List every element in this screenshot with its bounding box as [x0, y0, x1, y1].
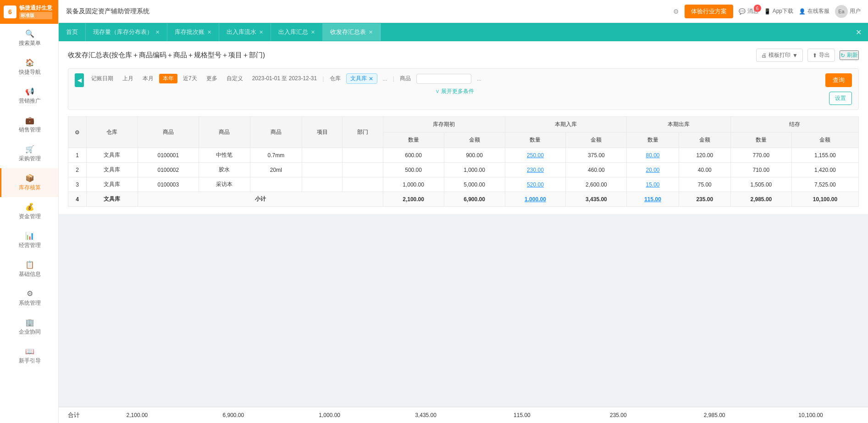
sidebar-item-quick-nav[interactable]: 🏠 快捷导航	[0, 53, 58, 82]
online-service-item[interactable]: 👤 在线客服	[799, 7, 829, 15]
row-balance-qty: 710.00	[730, 163, 791, 177]
th-balance-amt: 金额	[791, 132, 858, 148]
tab-库存批次账[interactable]: 库存批次账✕	[167, 23, 219, 41]
row-goods-spec: 20ml	[250, 163, 302, 177]
tab-出入库流水[interactable]: 出入库流水✕	[219, 23, 271, 41]
th-in-amt: 金额	[566, 132, 627, 148]
tab-close-icon[interactable]: ✕	[155, 29, 160, 35]
row-dept	[343, 177, 383, 192]
tab-close-icon[interactable]: ✕	[207, 29, 211, 35]
sidebar-item-system[interactable]: ⚙ 系统管理	[0, 284, 58, 313]
th-balance-qty: 数量	[730, 132, 791, 148]
footer-values: 2,100.00 6,900.00 1,000.00 3,435.00 115.…	[89, 412, 859, 418]
date-tab-last-month[interactable]: 上月	[119, 74, 137, 83]
system-icon: ⚙	[27, 289, 33, 298]
tab-现存量（库存分布表）[interactable]: 现存量（库存分布表）✕	[86, 23, 167, 41]
th-settings[interactable]: ⚙	[68, 117, 87, 148]
row-dept	[343, 163, 383, 177]
in-qty-link[interactable]: 250.00	[527, 152, 544, 159]
out-qty-link[interactable]: 15.00	[646, 181, 659, 188]
sidebar-item-basic-info[interactable]: 📋 基础信息	[0, 255, 58, 284]
page-panel: 收发存汇总表(按仓库＋商品编码＋商品＋规格型号＋项目＋部门) 🖨 模板打印 ▼ …	[59, 41, 868, 214]
experience-button[interactable]: 体验行业方案	[685, 5, 733, 18]
out-qty-link[interactable]: 80.00	[646, 152, 659, 159]
expand-filter-button[interactable]: ∨ 展开更多条件	[435, 88, 474, 95]
close-all-tabs[interactable]: ✕	[849, 23, 868, 41]
basic-info-icon: 📋	[25, 260, 34, 269]
row-goods-code: 0100002	[138, 163, 199, 177]
export-button[interactable]: ⬆ 导出	[807, 49, 835, 62]
out-qty-link[interactable]: 20.00	[646, 167, 659, 173]
row-out-qty[interactable]: 15.00	[627, 177, 679, 192]
message-item[interactable]: 💬 消息 6	[739, 7, 758, 15]
date-tab-custom[interactable]: 自定义	[223, 74, 247, 83]
tab-close-icon[interactable]: ✕	[259, 29, 263, 35]
tab-close-icon[interactable]: ✕	[311, 29, 315, 35]
sidebar-label-guide: 新手引导	[19, 357, 41, 365]
in-qty-link[interactable]: 520.00	[527, 181, 544, 188]
footer-in-amt: 3,435.00	[378, 412, 474, 418]
row-out-qty[interactable]: 20.00	[627, 163, 679, 177]
row-in-qty[interactable]: 250.00	[505, 148, 566, 163]
expand-icon: ∨	[435, 88, 440, 94]
logo-icon: 6	[4, 5, 17, 18]
warehouse-tag[interactable]: 文具库 ✕	[346, 73, 377, 84]
app-logo: 6 畅捷通好生意 标准版	[0, 0, 58, 24]
settings-icon[interactable]: ⚙	[673, 8, 679, 15]
th-dept: 部门	[343, 117, 383, 148]
tab-收发存汇总表[interactable]: 收发存汇总表✕	[323, 23, 381, 41]
tab-首页[interactable]: 首页	[59, 23, 86, 41]
tab-label: 出入库流水	[227, 28, 256, 36]
date-tab-this-month[interactable]: 本月	[139, 74, 157, 83]
guide-icon: 📖	[25, 347, 34, 356]
sidebar-item-guide[interactable]: 📖 新手引导	[0, 341, 58, 370]
filter-toggle[interactable]: ◀	[75, 73, 84, 87]
subtotal-in-qty-link[interactable]: 1,000.00	[525, 196, 546, 203]
app-download-item[interactable]: 📱 App下载	[764, 7, 793, 15]
message-icon: 💬	[739, 8, 746, 15]
date-tab-7days[interactable]: 近7天	[179, 74, 201, 83]
page-title: 收发存汇总表(按仓库＋商品编码＋商品＋规格型号＋项目＋部门)	[68, 51, 265, 60]
sidebar-item-finance[interactable]: 💰 资金管理	[0, 197, 58, 226]
subtotal-in-amt: 3,435.00	[566, 192, 627, 207]
subtotal-opening-qty: 2,100.00	[383, 192, 444, 207]
warehouse-more[interactable]: ...	[383, 76, 387, 82]
row-goods-spec	[250, 177, 302, 192]
date-tab-more[interactable]: 更多	[203, 74, 221, 83]
sidebar-item-purchase[interactable]: 🛒 采购管理	[0, 139, 58, 168]
app-download-icon: 📱	[764, 8, 771, 15]
sidebar-item-search[interactable]: 🔍 搜索菜单	[0, 24, 58, 53]
date-tab-this-year[interactable]: 本年	[159, 74, 177, 83]
goods-more[interactable]: ...	[477, 76, 481, 82]
in-qty-link[interactable]: 230.00	[527, 167, 544, 173]
sidebar-item-enterprise[interactable]: 🏢 企业协同	[0, 313, 58, 341]
sidebar-item-inventory[interactable]: 📦 库存核算	[0, 168, 58, 197]
export-label: 导出	[819, 51, 830, 59]
print-button[interactable]: 🖨 模板打印 ▼	[756, 49, 803, 62]
warehouse-filter-label: 仓库	[330, 75, 341, 82]
sidebar-item-marketing[interactable]: 📢 营销推广	[0, 82, 58, 110]
row-out-amt: 120.00	[679, 148, 730, 163]
warehouse-tag-close[interactable]: ✕	[369, 76, 373, 82]
sidebar-item-operation[interactable]: 📊 经营管理	[0, 226, 58, 255]
tab-出入库汇总[interactable]: 出入库汇总✕	[271, 23, 323, 41]
query-button[interactable]: 查询	[825, 73, 852, 87]
subtotal-out-qty-link[interactable]: 115.00	[644, 196, 661, 203]
refresh-label: 刷新	[847, 51, 858, 59]
row-balance-amt: 1,155.00	[791, 148, 858, 163]
row-balance-amt: 7,525.00	[791, 177, 858, 192]
row-in-qty[interactable]: 520.00	[505, 177, 566, 192]
set-button[interactable]: 设置	[829, 92, 852, 105]
column-settings-icon[interactable]: ⚙	[75, 129, 80, 136]
main-area: 装备及固定资产辅助管理系统 ⚙ 体验行业方案 💬 消息 6 📱 App下载 👤 …	[59, 0, 868, 423]
footer-in-qty: 1,000.00	[282, 412, 378, 418]
tab-close-icon[interactable]: ✕	[369, 29, 373, 35]
goods-filter-input[interactable]	[416, 74, 471, 84]
th-group-in: 本期入库	[505, 117, 627, 132]
user-item[interactable]: Ea 用户	[835, 5, 861, 18]
th-goods-name: 商品	[199, 117, 250, 148]
refresh-button[interactable]: ↻ 刷新	[840, 50, 859, 60]
sidebar-item-sales[interactable]: 💼 销售管理	[0, 110, 58, 139]
row-out-qty[interactable]: 80.00	[627, 148, 679, 163]
row-in-qty[interactable]: 230.00	[505, 163, 566, 177]
